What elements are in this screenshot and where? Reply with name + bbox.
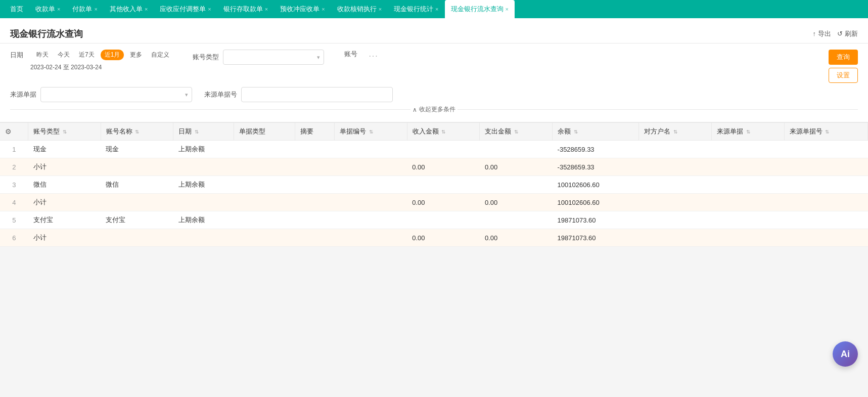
cell-doc_type	[234, 176, 295, 194]
date-opt-更多[interactable]: 更多	[127, 50, 145, 60]
sort-icon: ⇅	[825, 129, 829, 135]
table-row: 2小计0.000.00-3528659.33	[0, 158, 868, 176]
col-header-source_doc[interactable]: 来源单据 ⇅	[711, 123, 784, 141]
export-icon: ↑	[813, 30, 816, 37]
cell-account_name	[101, 194, 173, 211]
nav-tab-现金银行流水查询[interactable]: 现金银行流水查询×	[445, 0, 515, 18]
collapse-bar[interactable]: ∧ 收起更多条件	[10, 102, 858, 116]
gear-icon[interactable]: ⚙	[5, 127, 12, 136]
sort-icon: ⇅	[195, 129, 199, 135]
nav-tab-银行存取款单[interactable]: 银行存取款单×	[217, 0, 274, 18]
date-opt-昨天[interactable]: 昨天	[33, 50, 52, 60]
col-header-expense[interactable]: 支出金额 ⇅	[480, 123, 553, 141]
cell-source_doc_no	[784, 176, 867, 194]
nav-tab-收款单[interactable]: 收款单×	[29, 0, 66, 18]
nav-tab-应收应付调整单[interactable]: 应收应付调整单×	[154, 0, 217, 18]
account-type-select[interactable]	[223, 50, 324, 65]
settings-button[interactable]: 设置	[829, 68, 858, 83]
close-tab-icon[interactable]: ×	[208, 0, 211, 18]
cell-income: 0.00	[407, 229, 480, 247]
nav-tab-收款核销执行[interactable]: 收款核销执行×	[331, 0, 388, 18]
date-opt-自定义[interactable]: 自定义	[148, 50, 172, 60]
export-button[interactable]: ↑ 导出	[813, 29, 832, 38]
account-field: 账号 ...	[344, 50, 378, 59]
nav-home[interactable]: 首页	[4, 0, 29, 18]
cell-source_doc_no	[784, 158, 867, 176]
close-tab-icon[interactable]: ×	[435, 0, 438, 18]
nav-tab-预收冲应收单[interactable]: 预收冲应收单×	[274, 0, 331, 18]
refresh-icon: ↺	[837, 30, 843, 37]
date-opt-近1月[interactable]: 近1月	[101, 50, 124, 60]
cell-date	[173, 194, 234, 211]
cell-account_type: 现金	[28, 141, 101, 158]
cell-counterparty	[639, 229, 712, 247]
sort-icon: ⇅	[135, 129, 139, 135]
table-row: 6小计0.000.0019871073.60	[0, 229, 868, 247]
close-tab-icon[interactable]: ×	[57, 0, 60, 18]
col-header-summary: 摘要	[295, 123, 335, 141]
source-doc-select[interactable]	[40, 87, 192, 102]
nav-tab-其他收入单[interactable]: 其他收入单×	[104, 0, 154, 18]
close-tab-icon[interactable]: ×	[379, 0, 382, 18]
col-header-account_name[interactable]: 账号名称 ⇅	[101, 123, 173, 141]
col-header-account_type[interactable]: 账号类型 ⇅	[28, 123, 101, 141]
account-type-field: 账号类型 ▾	[193, 50, 324, 65]
source-doc-label: 来源单据	[10, 90, 36, 99]
close-tab-icon[interactable]: ×	[322, 0, 325, 18]
nav-tab-现金银行统计[interactable]: 现金银行统计×	[388, 0, 444, 18]
cell-source_doc_no	[784, 211, 867, 229]
cell-date	[173, 158, 234, 176]
query-button[interactable]: 查询	[829, 50, 858, 65]
cell-income	[407, 211, 480, 229]
close-tab-icon[interactable]: ×	[265, 0, 268, 18]
col-header-source_doc_no[interactable]: 来源单据号 ⇅	[784, 123, 867, 141]
cell-num: 1	[0, 141, 28, 158]
data-table: ⚙账号类型 ⇅账号名称 ⇅日期 ⇅单据类型摘要单据编号 ⇅收入金额 ⇅支出金额 …	[0, 122, 868, 247]
cell-counterparty	[639, 194, 712, 211]
sort-icon: ⇅	[746, 129, 750, 135]
cell-doc_type	[234, 211, 295, 229]
nav-tab-label: 收款核销执行	[337, 0, 377, 18]
cell-date	[173, 229, 234, 247]
table-row: 1现金现金上期余额-3528659.33	[0, 141, 868, 158]
source-doc-no-input[interactable]	[241, 87, 393, 102]
nav-tab-label: 付款单	[72, 0, 92, 18]
filter-top-row: 日期 昨天今天近7天近1月更多自定义 2023-02-24 至 2023-03-…	[10, 50, 858, 83]
cell-num: 4	[0, 194, 28, 211]
col-header-income[interactable]: 收入金额 ⇅	[407, 123, 480, 141]
account-label: 账号	[344, 50, 364, 59]
refresh-button[interactable]: ↺ 刷新	[837, 29, 858, 38]
sort-icon: ⇅	[574, 129, 578, 135]
cell-doc_no	[334, 176, 407, 194]
cell-expense: 0.00	[480, 158, 553, 176]
close-tab-icon[interactable]: ×	[94, 0, 97, 18]
cell-income: 0.00	[407, 194, 480, 211]
sort-icon: ⇅	[673, 129, 677, 135]
col-header-doc_no[interactable]: 单据编号 ⇅	[334, 123, 407, 141]
col-header-counterparty[interactable]: 对方户名 ⇅	[639, 123, 712, 141]
cell-num: 6	[0, 229, 28, 247]
cell-account_type: 小计	[28, 194, 101, 211]
cell-source_doc	[711, 229, 784, 247]
nav-tab-label: 银行存取款单	[223, 0, 263, 18]
cell-num: 2	[0, 158, 28, 176]
close-tab-icon[interactable]: ×	[506, 0, 509, 18]
cell-date: 上期余额	[173, 141, 234, 158]
col-header-date[interactable]: 日期 ⇅	[173, 123, 234, 141]
col-header-balance[interactable]: 余额 ⇅	[553, 123, 639, 141]
source-doc-field: 来源单据 ▾	[10, 87, 192, 102]
cell-doc_type	[234, 229, 295, 247]
source-doc-no-field: 来源单据号	[204, 87, 393, 102]
date-opt-今天[interactable]: 今天	[55, 50, 73, 60]
cell-doc_no	[334, 141, 407, 158]
close-tab-icon[interactable]: ×	[145, 0, 148, 18]
col-header-gear: ⚙	[0, 123, 28, 141]
nav-tab-label: 现金银行流水查询	[451, 0, 504, 18]
date-range: 2023-02-24 至 2023-03-24	[30, 63, 172, 72]
cell-doc_type	[234, 141, 295, 158]
account-more-dots[interactable]: ...	[369, 50, 378, 59]
date-opt-近7天[interactable]: 近7天	[76, 50, 98, 60]
collapse-icon: ∧	[413, 106, 417, 113]
cell-date: 上期余额	[173, 211, 234, 229]
nav-tab-付款单[interactable]: 付款单×	[66, 0, 103, 18]
